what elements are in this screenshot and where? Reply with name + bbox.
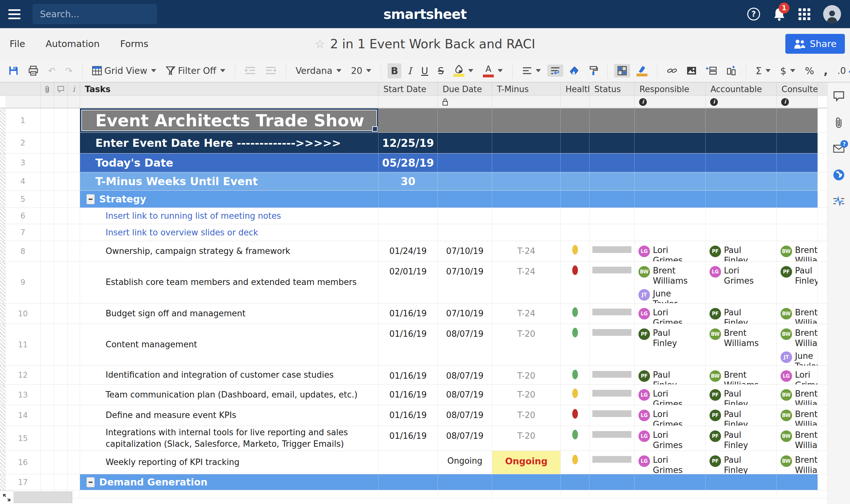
t-minus-cell[interactable]: T-24 bbox=[492, 304, 561, 324]
row-drag-gutter[interactable] bbox=[0, 108, 5, 132]
empty-cell[interactable] bbox=[492, 474, 561, 490]
t-minus-cell[interactable]: T-20 bbox=[492, 426, 561, 451]
wrap-text-button[interactable] bbox=[547, 65, 563, 77]
attachment-cell[interactable] bbox=[41, 474, 54, 490]
view-switcher[interactable]: Grid View bbox=[89, 64, 159, 78]
row-drag-gutter[interactable] bbox=[0, 385, 5, 405]
health-cell[interactable] bbox=[561, 241, 590, 261]
start-date-cell[interactable]: 01/24/19 bbox=[379, 241, 438, 261]
health-cell[interactable] bbox=[561, 426, 590, 451]
consulted-cell[interactable]: PF Paul Finley bbox=[777, 262, 818, 303]
task-cell[interactable]: Define and measure event KPIs bbox=[80, 405, 379, 426]
empty-cell[interactable] bbox=[590, 224, 635, 241]
publish-panel-button[interactable] bbox=[833, 169, 845, 181]
t-minus-cell[interactable]: Ongoing bbox=[492, 451, 561, 474]
empty-cell[interactable] bbox=[492, 208, 561, 224]
consulted-cell[interactable]: LG Lori Grimes bbox=[777, 366, 818, 384]
t-minus-cell[interactable]: T-20 bbox=[492, 405, 561, 426]
health-cell[interactable] bbox=[561, 405, 590, 426]
responsible-cell[interactable]: LG Lori Grimes bbox=[635, 405, 706, 426]
assignee[interactable]: JT June Taylor bbox=[781, 351, 817, 365]
accountable-cell[interactable]: PF Paul Finley bbox=[706, 385, 777, 405]
empty-cell[interactable] bbox=[635, 474, 706, 490]
info-cell[interactable] bbox=[68, 262, 80, 303]
clear-format-button[interactable] bbox=[567, 64, 583, 77]
empty-cell[interactable] bbox=[561, 224, 590, 241]
empty-cell[interactable] bbox=[777, 173, 818, 190]
empty-cell[interactable] bbox=[561, 490, 590, 498]
row-drag-gutter[interactable] bbox=[0, 133, 5, 153]
task-cell[interactable]: Team communication plan (Dashboard, emai… bbox=[80, 385, 379, 405]
empty-cell[interactable] bbox=[706, 224, 777, 241]
status-cell[interactable] bbox=[590, 262, 635, 303]
info-cell[interactable] bbox=[68, 133, 80, 153]
row-drag-gutter[interactable] bbox=[0, 426, 5, 451]
empty-cell[interactable] bbox=[590, 154, 635, 172]
align-button[interactable] bbox=[519, 65, 544, 77]
empty-cell[interactable] bbox=[635, 173, 706, 190]
font-family-select[interactable]: Verdana bbox=[293, 64, 345, 78]
attachment-cell[interactable] bbox=[41, 324, 54, 365]
empty-cell[interactable] bbox=[635, 154, 706, 172]
menu-automation[interactable]: Automation bbox=[46, 38, 100, 49]
assignee[interactable]: PF Paul Finley bbox=[639, 370, 705, 384]
empty-cell[interactable] bbox=[438, 191, 492, 208]
info-cell[interactable] bbox=[68, 474, 80, 490]
menu-file[interactable]: File bbox=[10, 38, 25, 49]
row-number[interactable]: 11 bbox=[5, 324, 41, 365]
comment-cell[interactable] bbox=[54, 133, 68, 153]
info-cell[interactable] bbox=[68, 405, 80, 426]
attachment-cell[interactable] bbox=[41, 154, 54, 172]
attachment-column-header[interactable] bbox=[41, 83, 54, 96]
t-minus-cell[interactable]: T-20 bbox=[492, 366, 561, 384]
task-cell-selected[interactable]: Event Architects Trade Show bbox=[80, 108, 379, 132]
status-cell[interactable] bbox=[590, 426, 635, 451]
responsible-info-indicator[interactable]: i bbox=[635, 96, 706, 108]
help-icon[interactable]: ? bbox=[747, 8, 760, 20]
task-cell[interactable]: T-Minus Weeks Until Event bbox=[80, 173, 379, 190]
consulted-cell[interactable]: BW Brent Williams bbox=[777, 385, 818, 405]
assignee[interactable]: LG Lori Grimes bbox=[639, 430, 705, 450]
responsible-cell[interactable]: BW Brent Williams JT June Taylor bbox=[635, 262, 706, 303]
comment-cell[interactable] bbox=[54, 474, 68, 490]
attachment-cell[interactable] bbox=[41, 405, 54, 426]
row-number[interactable]: 12 bbox=[5, 366, 41, 384]
info-cell[interactable] bbox=[68, 154, 80, 172]
accountable-cell[interactable]: BW Brent Williams bbox=[706, 366, 777, 384]
start-date-cell[interactable]: 02/01/19 bbox=[379, 262, 438, 303]
accountable-cell[interactable]: BW Brent Williams bbox=[706, 324, 777, 365]
column-header-status[interactable]: Status bbox=[590, 83, 635, 96]
comment-cell[interactable] bbox=[54, 304, 68, 324]
empty-cell[interactable] bbox=[635, 208, 706, 224]
row-number[interactable]: 14 bbox=[5, 405, 41, 426]
app-launcher-icon[interactable] bbox=[798, 8, 810, 20]
due-date-cell[interactable]: Ongoing bbox=[438, 451, 492, 474]
row-drag-gutter[interactable] bbox=[0, 173, 5, 190]
empty-cell[interactable] bbox=[777, 208, 818, 224]
empty-cell[interactable] bbox=[561, 154, 590, 172]
due-date-cell[interactable]: 08/07/19 bbox=[438, 426, 492, 451]
assignee[interactable]: BW Brent Williams bbox=[710, 328, 776, 348]
attachment-cell[interactable] bbox=[41, 241, 54, 261]
row-number[interactable]: 3 bbox=[5, 154, 41, 172]
health-cell[interactable] bbox=[561, 385, 590, 405]
search-input[interactable] bbox=[40, 9, 152, 19]
assignee[interactable]: LG Lori Grimes bbox=[781, 370, 817, 384]
print-button[interactable] bbox=[25, 64, 41, 78]
row-drag-gutter[interactable] bbox=[0, 262, 5, 303]
empty-cell[interactable] bbox=[706, 208, 777, 224]
empty-cell[interactable] bbox=[706, 154, 777, 172]
assignee[interactable]: PF Paul Finley bbox=[710, 389, 776, 405]
start-date-cell[interactable]: 12/25/19 bbox=[379, 133, 438, 153]
row-number[interactable]: 5 bbox=[5, 191, 41, 208]
insert-image-button[interactable] bbox=[683, 65, 699, 77]
consulted-info-indicator[interactable]: i bbox=[777, 96, 818, 108]
attachment-cell[interactable] bbox=[41, 366, 54, 384]
underline-button[interactable]: U bbox=[418, 63, 431, 78]
attachment-cell[interactable] bbox=[41, 173, 54, 190]
empty-cell[interactable] bbox=[635, 224, 706, 241]
formula-button[interactable]: Σ bbox=[752, 63, 774, 78]
task-cell[interactable] bbox=[80, 490, 379, 498]
empty-cell[interactable] bbox=[561, 108, 590, 132]
move-column-button[interactable] bbox=[723, 64, 739, 77]
